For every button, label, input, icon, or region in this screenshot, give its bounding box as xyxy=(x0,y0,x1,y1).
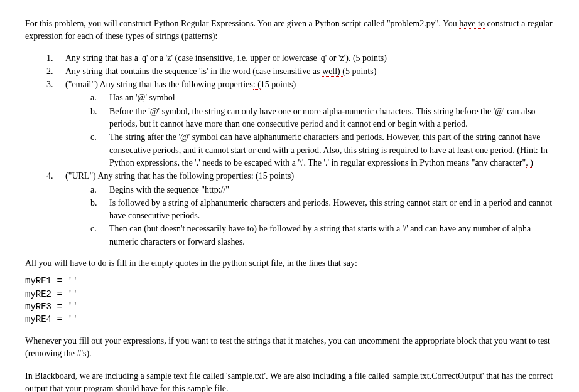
text: Any string that has a 'q' or a 'z' (case… xyxy=(65,53,237,63)
mid-paragraph: All you will have to do is fill in the e… xyxy=(25,257,559,270)
list-body: Any string that has a 'q' or a 'z' (case… xyxy=(65,52,559,65)
sub-list-3: a. Has an '@' symbol b. Before the '@' s… xyxy=(90,92,559,169)
list-item-3: 3. ("email") Any string that has the fol… xyxy=(46,78,559,91)
list-number: 4. xyxy=(46,170,65,183)
intro-squiggle: have to xyxy=(459,19,485,29)
squiggle-text: well) ( xyxy=(322,66,345,77)
sub-label: b. xyxy=(90,105,109,131)
text: The string after the '@' symbol can have… xyxy=(109,132,548,167)
text: In Blackboard, we are including a sample… xyxy=(25,371,393,381)
list-body: ("URL") Any string that has the followin… xyxy=(65,170,559,183)
text: 5 points) xyxy=(345,66,376,76)
sub-label: c. xyxy=(90,131,109,169)
sub-body: Begins with the sequence "http://" xyxy=(109,184,559,196)
sub-label: a. xyxy=(90,92,109,104)
text: Any string that contains the sequence 'i… xyxy=(65,66,322,76)
list-number: 1. xyxy=(46,52,65,65)
intro-text-pre: For this problem, you will construct Pyt… xyxy=(25,19,459,28)
sub-label: a. xyxy=(90,184,109,196)
sub-list-4: a. Begins with the sequence "http://" b.… xyxy=(90,184,559,248)
code-block: myRE1 = '' myRE2 = '' myRE3 = '' myRE4 =… xyxy=(25,275,559,326)
text: 15 points) xyxy=(261,80,296,89)
sub-item: b. Is followed by a string of alphanumer… xyxy=(90,197,559,223)
squiggle-text: sample.txt.CorrectOutput' xyxy=(393,371,484,381)
sub-label: b. xyxy=(90,197,109,223)
list-body: Any string that contains the sequence 'i… xyxy=(65,65,559,78)
list-number: 2. xyxy=(46,65,65,78)
paragraph-blackboard: In Blackboard, we are including a sample… xyxy=(25,370,559,392)
sub-body: Before the '@' symbol, the string can on… xyxy=(109,105,559,131)
intro-paragraph: For this problem, you will construct Pyt… xyxy=(25,18,559,43)
sub-body: Is followed by a string of alphanumeric … xyxy=(109,197,559,223)
squiggle-text: : ( xyxy=(253,80,261,90)
sub-item: b. Before the '@' symbol, the string can… xyxy=(90,105,559,131)
spacer xyxy=(25,364,559,370)
text: ("email") Any string that has the follow… xyxy=(65,80,253,89)
sub-item: a. Has an '@' symbol xyxy=(90,92,559,104)
squiggle-text: i.e. xyxy=(237,53,248,63)
list-item-4: 4. ("URL") Any string that has the follo… xyxy=(46,170,559,183)
list-body: ("email") Any string that has the follow… xyxy=(65,78,559,91)
sub-item: a. Begins with the sequence "http://" xyxy=(90,184,559,196)
sub-item: c. The string after the '@' symbol can h… xyxy=(90,131,559,169)
text: upper or lowercase 'q' or 'z'). (5 point… xyxy=(248,53,387,63)
sub-body: The string after the '@' symbol can have… xyxy=(109,131,559,169)
squiggle-text: . ) xyxy=(526,158,533,168)
list-item-2: 2. Any string that contains the sequence… xyxy=(46,65,559,78)
sub-body: Then can (but doesn't necessarily have t… xyxy=(109,223,559,248)
numbered-list: 1. Any string that has a 'q' or a 'z' (c… xyxy=(46,52,559,248)
paragraph-test-note: Whenever you fill out your expressions, … xyxy=(25,335,559,361)
sub-body: Has an '@' symbol xyxy=(109,92,559,104)
sub-item: c. Then can (but doesn't necessarily hav… xyxy=(90,223,559,248)
sub-label: c. xyxy=(90,223,109,248)
list-item-1: 1. Any string that has a 'q' or a 'z' (c… xyxy=(46,52,559,65)
list-number: 3. xyxy=(46,78,65,91)
